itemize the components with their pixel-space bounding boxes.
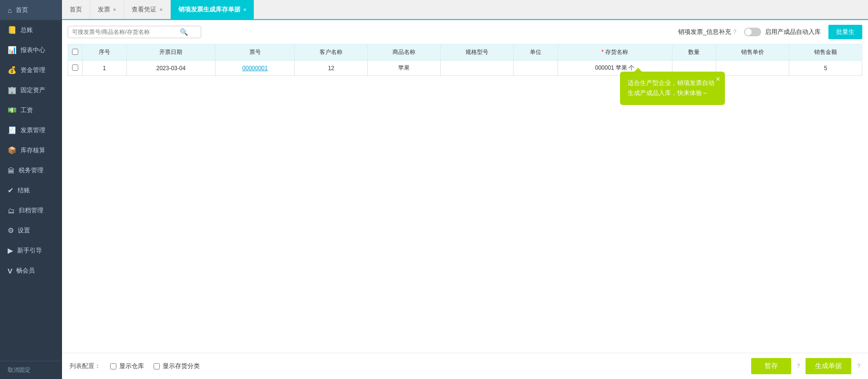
sidebar-item-ledger[interactable]: 📒 总账 bbox=[0, 20, 62, 40]
sidebar-item-settings[interactable]: ⚙ 设置 bbox=[0, 221, 62, 241]
cell-seq: 1 bbox=[83, 61, 127, 76]
tab-generate-close[interactable]: × bbox=[243, 7, 246, 12]
toolbar: 🔍 销项发票_信息补充 ? 启用产成品自动入库 批量生 bbox=[62, 20, 868, 44]
search-icon: 🔍 bbox=[180, 28, 188, 36]
search-box[interactable]: 🔍 bbox=[68, 26, 201, 38]
toggle-group: 启用产成品自动入库 bbox=[744, 28, 821, 36]
col-unit: 单位 bbox=[513, 44, 558, 61]
tax-icon: 🏛 bbox=[8, 167, 15, 175]
col-date: 开票日期 bbox=[126, 44, 215, 61]
config-label: 列表配置： bbox=[70, 362, 101, 370]
sidebar-label-home: 首页 bbox=[16, 6, 28, 14]
sidebar-item-archive[interactable]: 🗂 归档管理 bbox=[0, 200, 62, 221]
col-customer: 客户名称 bbox=[295, 44, 368, 61]
select-all-checkbox[interactable] bbox=[72, 49, 78, 55]
show-category-checkbox[interactable] bbox=[154, 363, 160, 369]
sidebar-item-salary[interactable]: 💵 工资 bbox=[0, 100, 62, 120]
cell-customer: 12 bbox=[295, 61, 368, 76]
tooltip-popup: × 适合生产型企业，销项发票自动生成产成品入库，快来体验～ bbox=[620, 72, 725, 105]
sidebar-item-inventory[interactable]: 📦 库存核算 bbox=[0, 140, 62, 160]
info-label-text: 销项发票_信息补充 bbox=[678, 28, 731, 36]
col-ticket: 票号 bbox=[216, 44, 295, 61]
sidebar-item-invoice-mgmt[interactable]: 🧾 发票管理 bbox=[0, 120, 62, 140]
col-spec: 规格型号 bbox=[441, 44, 514, 61]
tab-invoice-close[interactable]: × bbox=[113, 7, 116, 12]
invoice-mgmt-icon: 🧾 bbox=[8, 126, 17, 135]
row-checkbox[interactable] bbox=[72, 64, 78, 71]
cell-product: 苹果 bbox=[368, 61, 441, 76]
sidebar-label-reports: 报表中心 bbox=[21, 46, 45, 54]
archive-icon: 🗂 bbox=[8, 207, 15, 215]
sidebar-item-reports[interactable]: 📊 报表中心 bbox=[0, 40, 62, 60]
col-price: 销售单价 bbox=[716, 44, 789, 61]
info-label: 销项发票_信息补充 ? bbox=[678, 28, 736, 36]
main-table: 序号 开票日期 票号 客户名称 商品名称 规格型号 单位 * 存货名称 数量 销… bbox=[68, 44, 862, 76]
unpin-bar[interactable]: 取消固定 bbox=[0, 361, 62, 379]
sidebar-item-guide[interactable]: ▶ 新手引导 bbox=[0, 241, 62, 261]
show-category-label: 显示存货分类 bbox=[163, 362, 200, 370]
tab-voucher-close[interactable]: × bbox=[159, 7, 162, 12]
sidebar-label-assets: 固定资产 bbox=[21, 86, 45, 95]
col-qty: 数量 bbox=[672, 44, 716, 61]
tab-home[interactable]: 首页 bbox=[62, 0, 90, 19]
generate-button[interactable]: 生成单据 bbox=[806, 358, 851, 374]
reports-icon: 📊 bbox=[8, 46, 17, 54]
tooltip-close-button[interactable]: × bbox=[716, 75, 720, 83]
home-icon: ⌂ bbox=[8, 6, 12, 14]
bottom-bar: 列表配置： 显示仓库 显示存货分类 暂存 ? 生成单据 ? bbox=[62, 353, 868, 379]
ledger-icon: 📒 bbox=[8, 26, 17, 34]
toggle-label: 启用产成品自动入库 bbox=[765, 28, 821, 36]
show-warehouse-checkbox[interactable] bbox=[110, 363, 116, 369]
bottom-actions: 暂存 ? 生成单据 ? bbox=[751, 358, 860, 374]
tab-voucher[interactable]: 查看凭证 × bbox=[124, 0, 170, 19]
checkout-icon: ✔ bbox=[8, 186, 14, 195]
sidebar-item-home[interactable]: ⌂ 首页 bbox=[0, 0, 62, 20]
sidebar-item-assets[interactable]: 🏢 固定资产 bbox=[0, 80, 62, 100]
toolbar-right: 销项发票_信息补充 ? 启用产成品自动入库 批量生 bbox=[678, 25, 862, 39]
sidebar-item-tax[interactable]: 🏛 税务管理 bbox=[0, 160, 62, 180]
sidebar-label-ledger: 总账 bbox=[21, 26, 33, 34]
sidebar-item-funds[interactable]: 💰 资金管理 bbox=[0, 60, 62, 80]
funds-icon: 💰 bbox=[8, 66, 17, 74]
save-help-icon[interactable]: ? bbox=[797, 363, 800, 369]
table-row: 1 2023-03-04 00000001 12 苹果 000001 苹果 个 … bbox=[68, 61, 862, 76]
main-area: 首页 发票 × 查看凭证 × 销项发票生成库存单据 × 🔍 销项发票_信息补充 bbox=[62, 0, 868, 379]
unpin-label: 取消固定 bbox=[8, 367, 31, 373]
batch-button[interactable]: 批量生 bbox=[828, 25, 862, 39]
tab-bar: 首页 发票 × 查看凭证 × 销项发票生成库存单据 × bbox=[62, 0, 868, 20]
generate-help-icon[interactable]: ? bbox=[857, 363, 860, 369]
tab-generate-label: 销项发票生成库存单据 bbox=[178, 5, 240, 14]
col-inventory: * 存货名称 bbox=[558, 44, 672, 61]
tab-invoice[interactable]: 发票 × bbox=[90, 0, 124, 19]
auto-warehouse-toggle[interactable] bbox=[744, 28, 761, 36]
tab-generate[interactable]: 销项发票生成库存单据 × bbox=[171, 0, 254, 19]
sidebar-label-vip: 畅会员 bbox=[16, 266, 35, 275]
show-category-group: 显示存货分类 bbox=[154, 362, 200, 370]
sidebar-item-checkout[interactable]: ✔ 结账 bbox=[0, 180, 62, 200]
col-amount: 销售金额 bbox=[789, 44, 862, 61]
sidebar-label-checkout: 结账 bbox=[18, 186, 30, 195]
sidebar-item-vip[interactable]: V 畅会员 bbox=[0, 261, 62, 281]
tab-invoice-label: 发票 bbox=[98, 5, 110, 14]
assets-icon: 🏢 bbox=[8, 86, 17, 95]
table-header-row: 序号 开票日期 票号 客户名称 商品名称 规格型号 单位 * 存货名称 数量 销… bbox=[68, 44, 862, 61]
cell-ticket: 00000001 bbox=[216, 61, 295, 76]
search-input[interactable] bbox=[72, 29, 177, 35]
save-button[interactable]: 暂存 bbox=[751, 358, 791, 374]
cell-date: 2023-03-04 bbox=[126, 61, 215, 76]
ticket-link[interactable]: 00000001 bbox=[242, 65, 268, 72]
tooltip-text: 适合生产型企业，销项发票自动生成产成品入库，快来体验～ bbox=[628, 79, 714, 96]
sidebar-label-funds: 资金管理 bbox=[21, 66, 45, 74]
sidebar-label-salary: 工资 bbox=[21, 106, 33, 115]
col-product: 商品名称 bbox=[368, 44, 441, 61]
info-help-icon[interactable]: ? bbox=[733, 29, 736, 35]
tab-voucher-label: 查看凭证 bbox=[132, 5, 156, 14]
cell-unit bbox=[513, 61, 558, 76]
cell-price bbox=[716, 61, 789, 76]
sidebar-label-inventory: 库存核算 bbox=[21, 146, 45, 155]
sidebar-label-tax: 税务管理 bbox=[19, 166, 43, 175]
table-wrapper: 序号 开票日期 票号 客户名称 商品名称 规格型号 单位 * 存货名称 数量 销… bbox=[62, 44, 868, 353]
sidebar-label-archive: 归档管理 bbox=[19, 206, 43, 215]
content-area: 🔍 销项发票_信息补充 ? 启用产成品自动入库 批量生 bbox=[62, 20, 868, 379]
col-seq: 序号 bbox=[83, 44, 127, 61]
